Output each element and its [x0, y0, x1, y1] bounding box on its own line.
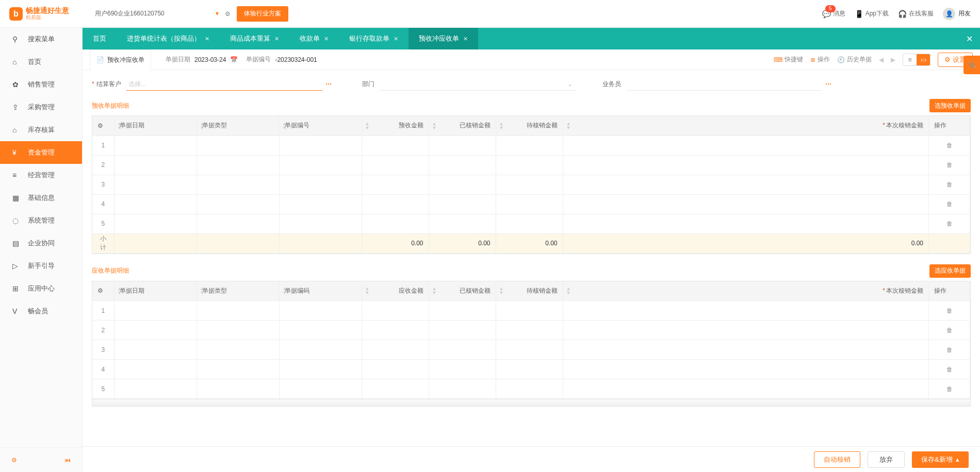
select-receivable-button[interactable]: 选应收单据: [929, 264, 971, 278]
message-link[interactable]: 💬 消息: [822, 9, 845, 18]
sidebar-item-7[interactable]: ▦基础信息: [0, 187, 82, 209]
col-type[interactable]: ▲▼单据类型: [197, 116, 279, 136]
sidebar-item-1[interactable]: ⌂首页: [0, 50, 82, 73]
sidebar-item-0[interactable]: ⚲搜索菜单: [0, 28, 82, 50]
trash-icon[interactable]: 🗑: [946, 181, 953, 188]
sidebar-item-3[interactable]: ⇪采购管理: [0, 96, 82, 119]
trash-icon[interactable]: 🗑: [946, 346, 953, 353]
col-rec[interactable]: ▲▼应收金额: [362, 281, 429, 301]
sidebar-item-5[interactable]: ¥资金管理: [0, 141, 82, 164]
view-list[interactable]: ≡: [903, 54, 917, 65]
prepaid-table: ⚙ ▲▼单据日期 ▲▼单据类型 ▲▼单据编号 ▲▼预收金额 ▲▼已核销金额 ▲▼…: [92, 115, 971, 254]
col-date[interactable]: ▲▼单据日期: [114, 281, 197, 301]
close-icon[interactable]: ✕: [394, 36, 398, 42]
col-code[interactable]: ▲▼单据编码: [279, 281, 362, 301]
tenant-select[interactable]: 用户690企业1660120750 ▾: [95, 6, 219, 22]
table-row[interactable]: 5🗑: [92, 379, 970, 399]
trash-icon[interactable]: 🗑: [946, 142, 953, 149]
table-row[interactable]: 4🗑: [92, 194, 970, 214]
tab-0[interactable]: 首页: [83, 28, 117, 49]
col-pre[interactable]: ▲▼预收金额: [362, 116, 429, 136]
cancel-button[interactable]: 放弃: [868, 451, 905, 468]
tab-4[interactable]: 银行存取款单✕: [339, 28, 409, 49]
customer-input[interactable]: [126, 77, 322, 91]
app-download-link[interactable]: 📱 App下载: [855, 9, 889, 18]
col-cur[interactable]: ▲▼*本次核销金额: [563, 116, 929, 136]
side-toolbox[interactable]: 📎: [963, 56, 980, 74]
trash-icon[interactable]: 🗑: [946, 200, 953, 208]
avatar[interactable]: 👤: [943, 8, 955, 20]
trash-icon[interactable]: 🗑: [946, 327, 953, 334]
close-icon[interactable]: ✕: [205, 36, 209, 42]
horizontal-scrollbar[interactable]: [92, 399, 971, 407]
settings-icon[interactable]: ⚙: [11, 457, 17, 464]
table-row[interactable]: 3🗑: [92, 340, 970, 360]
table-row[interactable]: 4🗑: [92, 360, 970, 379]
tabs-close-all[interactable]: ✕: [958, 28, 980, 49]
history-link[interactable]: 🕘历史单据: [837, 55, 872, 64]
close-icon[interactable]: ✕: [324, 36, 329, 42]
col-type[interactable]: ▲▼单据类型: [197, 281, 279, 301]
trash-icon[interactable]: 🗑: [946, 307, 953, 314]
trash-icon[interactable]: 🗑: [946, 385, 953, 393]
col-pend[interactable]: ▲▼待核销金额: [496, 281, 563, 301]
table-row[interactable]: 1🗑: [92, 301, 970, 321]
tab-5[interactable]: 预收冲应收单✕: [409, 28, 478, 49]
sidebar-item-2[interactable]: ✿销售管理: [0, 73, 82, 96]
auto-writeoff-button[interactable]: 自动核销: [814, 451, 860, 468]
table-settings[interactable]: ⚙: [92, 116, 114, 136]
trash-icon[interactable]: 🗑: [946, 220, 953, 227]
sidebar-item-10[interactable]: ▷新手引导: [0, 255, 82, 277]
table-row[interactable]: 5🗑: [92, 214, 970, 233]
sidebar-item-12[interactable]: V畅会员: [0, 300, 82, 323]
table-row[interactable]: 2🗑: [92, 155, 970, 175]
form-row: * 结算客户 ⋯ 部门 ⌄ 业务员 ⋯: [83, 70, 980, 96]
sidebar-item-4[interactable]: ⌂库存核算: [0, 119, 82, 141]
collapse-icon[interactable]: ⏮: [64, 457, 71, 464]
next-doc[interactable]: ▶: [891, 56, 895, 63]
biz-more[interactable]: ⋯: [825, 80, 832, 88]
select-prepaid-button[interactable]: 选预收单据: [929, 99, 971, 112]
tab-2[interactable]: 商品成本重算✕: [220, 28, 289, 49]
biz-input[interactable]: [626, 77, 822, 91]
tab-3[interactable]: 收款单✕: [289, 28, 339, 49]
view-toggle: ≡ ▭: [903, 54, 930, 66]
calendar-icon[interactable]: 📅: [230, 56, 238, 63]
row-index: 2: [92, 155, 114, 175]
date-value[interactable]: 2023-03-24: [194, 56, 226, 63]
sidebar-item-9[interactable]: ▤企业协同: [0, 232, 82, 255]
col-cur[interactable]: ▲▼*本次核销金额: [563, 281, 929, 301]
sidebar-item-6[interactable]: ≡经营管理: [0, 164, 82, 187]
close-icon[interactable]: ✕: [463, 36, 468, 42]
document-tab[interactable]: 📄 预收冲应收单: [90, 49, 151, 70]
col-date[interactable]: ▲▼单据日期: [114, 116, 197, 136]
close-icon[interactable]: ✕: [274, 36, 279, 42]
dept-input[interactable]: [380, 77, 576, 91]
sidebar-item-11[interactable]: ⊞应用中心: [0, 277, 82, 300]
prev-doc[interactable]: ◀: [879, 56, 884, 63]
col-op: 操作: [929, 281, 970, 301]
table-row[interactable]: 1🗑: [92, 136, 970, 155]
row-index: 4: [92, 194, 114, 214]
trial-button[interactable]: 体验行业方案: [237, 6, 288, 22]
col-pend[interactable]: ▲▼待核销金额: [496, 116, 563, 136]
customer-more[interactable]: ⋯: [325, 80, 332, 88]
col-code[interactable]: ▲▼单据编号: [279, 116, 362, 136]
save-and-new-button[interactable]: 保存&新增▴: [912, 451, 969, 468]
operate-link[interactable]: ≣操作: [810, 55, 830, 64]
tab-label: 预收冲应收单: [419, 34, 459, 43]
trash-icon[interactable]: 🗑: [946, 161, 953, 168]
shortcut-link[interactable]: ⌨快捷键: [774, 55, 803, 64]
sidebar-item-8[interactable]: ◌系统管理: [0, 209, 82, 232]
table-settings[interactable]: ⚙: [92, 281, 114, 301]
trash-icon[interactable]: 🗑: [946, 366, 953, 373]
tab-1[interactable]: 进货单统计表（按商品）✕: [117, 28, 220, 49]
col-ver[interactable]: ▲▼已核销金额: [429, 116, 496, 136]
col-ver[interactable]: ▲▼已核销金额: [429, 281, 496, 301]
table-row[interactable]: 3🗑: [92, 175, 970, 194]
gear-icon[interactable]: ⚙: [225, 10, 231, 18]
table-row[interactable]: 2🗑: [92, 321, 970, 340]
view-card[interactable]: ▭: [917, 54, 930, 65]
support-link[interactable]: 🎧 在线客服: [898, 9, 934, 18]
chevron-down-icon[interactable]: ⌄: [567, 80, 573, 88]
